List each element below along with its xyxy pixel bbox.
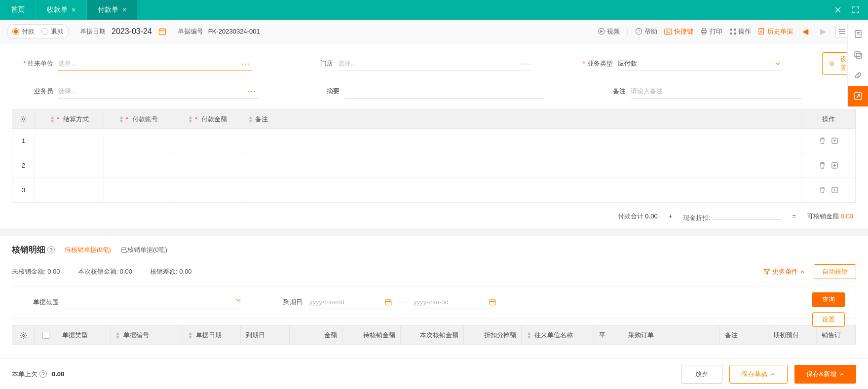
cell-amount[interactable]	[173, 153, 242, 177]
col-header[interactable]: 本次核销金额	[401, 326, 463, 345]
col-header[interactable]: 采购订单	[623, 326, 720, 345]
ellipsis-icon[interactable]: ⋯	[521, 58, 530, 69]
calendar-icon[interactable]	[158, 27, 167, 36]
salesman-input[interactable]: ⋯	[58, 84, 259, 99]
help-icon[interactable]: ?	[39, 370, 47, 378]
delete-icon[interactable]	[819, 162, 826, 169]
radio-refund[interactable]: 退款	[41, 27, 64, 36]
query-button[interactable]: 查询	[812, 292, 845, 307]
col-header[interactable]: 待核销金额	[342, 326, 401, 345]
more-conditions-button[interactable]: 更多条件	[763, 267, 805, 276]
cell-settle[interactable]	[35, 178, 104, 202]
tab-receipt[interactable]: 收款单×	[36, 0, 87, 20]
summary-field[interactable]	[344, 87, 545, 95]
delete-icon[interactable]	[819, 137, 826, 144]
tab-home[interactable]: 首页	[0, 0, 36, 20]
auto-writeoff-button[interactable]: 自动核销	[814, 264, 856, 279]
summary-input[interactable]	[344, 84, 545, 99]
table-row[interactable]: 2	[12, 153, 856, 178]
tab-pending[interactable]: 待核销单据(0笔)	[65, 246, 111, 254]
print-button[interactable]: 打印	[700, 27, 722, 36]
col-header[interactable]: 到期日	[241, 326, 289, 345]
col-header[interactable]: 备注	[720, 326, 768, 345]
store-field[interactable]	[338, 60, 532, 67]
store-input[interactable]: ⋯	[338, 56, 532, 71]
col-header[interactable]: 单据编号	[111, 326, 183, 345]
save-new-button[interactable]: 保存&新增	[794, 365, 856, 384]
calendar-icon[interactable]	[489, 298, 496, 306]
side-link-icon[interactable]	[848, 65, 868, 86]
view-list-button[interactable]	[835, 26, 848, 37]
side-doc-icon[interactable]	[848, 24, 868, 44]
cell-account[interactable]	[104, 153, 173, 177]
ellipsis-icon[interactable]: ⋯	[247, 86, 257, 97]
col-header[interactable]: 单据日期	[183, 326, 241, 345]
side-stack-icon[interactable]	[848, 44, 868, 65]
history-label: 历史单据	[767, 27, 793, 36]
col-settle[interactable]: *结算方式	[35, 110, 104, 128]
col-header[interactable]: 往来单位名称	[522, 326, 594, 345]
cell-remark[interactable]	[242, 153, 801, 177]
partner-input[interactable]: ⋯	[58, 56, 252, 71]
delete-icon[interactable]	[819, 186, 826, 194]
select-all-checkbox[interactable]	[35, 326, 57, 345]
col-amount[interactable]: *付款金额	[173, 110, 242, 128]
col-remark[interactable]: 备注	[242, 110, 801, 128]
col-account[interactable]: *付款账号	[104, 110, 173, 128]
operate-button[interactable]: 操作	[729, 27, 751, 36]
add-row-icon[interactable]	[831, 162, 838, 169]
cell-remark[interactable]	[242, 129, 801, 153]
tab-done[interactable]: 已核销单据(0笔)	[121, 246, 167, 254]
add-row-icon[interactable]	[831, 186, 838, 194]
next-arrow-icon[interactable]: ▶	[818, 27, 829, 36]
close-icon[interactable]: ×	[72, 6, 75, 14]
remark-field[interactable]	[631, 87, 801, 95]
date-from-field[interactable]	[309, 298, 393, 306]
cell-amount[interactable]	[173, 129, 242, 153]
fullscreen-icon[interactable]	[850, 4, 861, 15]
grid-gear-button[interactable]	[12, 326, 35, 345]
close-icon[interactable]: ×	[122, 6, 126, 14]
cell-remark[interactable]	[242, 178, 801, 202]
discount-input[interactable]	[712, 210, 781, 220]
remark-input[interactable]	[631, 84, 801, 99]
table-row[interactable]: 3	[12, 178, 856, 203]
panel-settings-button[interactable]: 设置	[812, 312, 845, 327]
date-to-field[interactable]	[414, 298, 497, 306]
video-button[interactable]: 视频	[598, 27, 620, 36]
cell-account[interactable]	[104, 129, 173, 153]
partner-field[interactable]	[58, 60, 252, 67]
help-button[interactable]: ?帮助	[635, 27, 657, 36]
calendar-icon[interactable]	[384, 298, 392, 306]
tab-payment[interactable]: 付款单×	[87, 0, 138, 20]
shortcut-button[interactable]: 快捷键	[664, 27, 693, 36]
biztype-select[interactable]: 应付款	[618, 56, 783, 71]
close-window-icon[interactable]	[832, 4, 843, 15]
grid-gear-button[interactable]	[12, 110, 35, 128]
cell-amount[interactable]	[173, 178, 242, 202]
ellipsis-icon[interactable]: ⋯	[241, 58, 250, 69]
col-header[interactable]: 销售订	[817, 326, 856, 345]
bill-date-value[interactable]: 2023-03-24	[112, 27, 152, 36]
radio-pay[interactable]: 付款	[12, 27, 35, 36]
col-header[interactable]: 折扣分摊额	[464, 326, 522, 345]
col-header[interactable]: 平	[594, 326, 623, 345]
col-header[interactable]: 单据类型	[57, 326, 111, 345]
cell-settle[interactable]	[35, 129, 104, 153]
cell-account[interactable]	[104, 178, 173, 202]
col-header[interactable]: 期初预付	[768, 326, 817, 345]
range-select[interactable]	[66, 295, 243, 309]
cell-settle[interactable]	[35, 153, 104, 177]
history-button[interactable]: 历史单据	[758, 27, 793, 36]
table-row[interactable]: 1	[12, 129, 856, 153]
prev-arrow-icon[interactable]: ◀	[800, 27, 811, 36]
side-expand-icon[interactable]	[848, 86, 868, 106]
discard-button[interactable]: 放弃	[681, 365, 722, 384]
date-from-input[interactable]	[309, 295, 393, 309]
add-row-icon[interactable]	[831, 137, 838, 144]
help-icon[interactable]: ?	[47, 246, 55, 253]
date-to-input[interactable]	[414, 295, 497, 309]
save-draft-button[interactable]: 保存草稿	[729, 365, 788, 384]
salesman-field[interactable]	[58, 87, 259, 95]
col-header[interactable]: 金额	[290, 326, 343, 345]
